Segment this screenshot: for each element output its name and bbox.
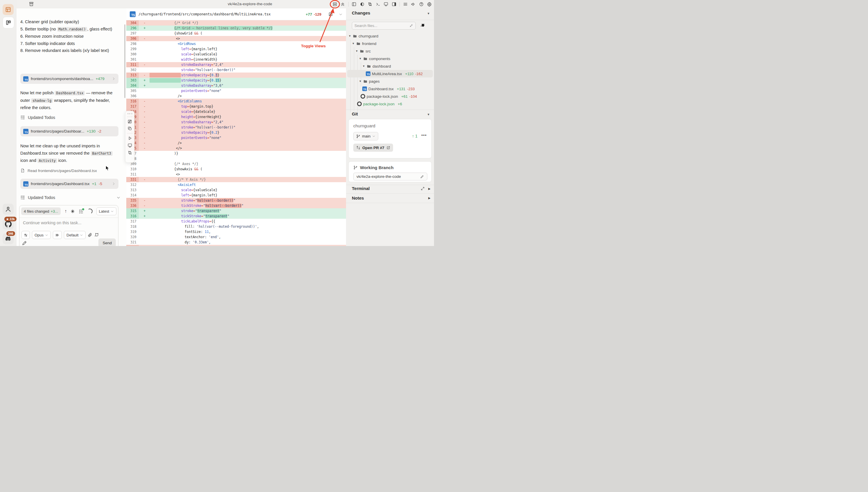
paperclip-icon[interactable] — [88, 233, 92, 237]
cat-icon[interactable] — [94, 233, 99, 238]
message-composer[interactable]: 4 files changed +3... ↑ — [19, 205, 118, 246]
updated-todos-row[interactable]: Updated Todos — [20, 115, 120, 120]
diff-row[interactable]: 319fontSize: 11, — [126, 229, 346, 235]
section-collapse-caret[interactable]: ▼ — [427, 12, 430, 15]
tree-folder-src[interactable]: ▼src — [347, 47, 433, 55]
contrast-icon[interactable] — [360, 2, 365, 7]
diff-row[interactable]: 321-stroke="hsl(var(--border))" — [126, 125, 346, 130]
megaphone-icon[interactable] — [411, 2, 416, 7]
tree-file-Dashboard.tsx[interactable]: TSDashboard.tsx+131-233 — [347, 85, 433, 93]
section-expand-caret[interactable]: ▶ — [428, 196, 430, 200]
panel-right-icon[interactable] — [392, 2, 397, 7]
account-button[interactable] — [3, 204, 14, 215]
help-icon[interactable] — [419, 2, 424, 7]
more-menu-button[interactable]: ••• — [421, 132, 427, 138]
diff-row[interactable]: 320textAnchor: 'end', — [126, 235, 346, 240]
edit-pencil-icon[interactable] — [420, 175, 424, 179]
tree-file-package-lock.json[interactable]: package-lock.json+61-104 — [347, 93, 433, 100]
diff-row[interactable]: 297{showGrid && ( — [126, 31, 346, 36]
file-chip-dashboard-small[interactable]: TS frontend/src/pages/Dashboard.tsx +1 -… — [20, 179, 118, 189]
diff-row[interactable]: 318-scale={dateScale} — [126, 109, 346, 114]
tree-folder-frontend[interactable]: ▼frontend — [347, 40, 433, 47]
collapse-tree-icon[interactable] — [409, 24, 413, 28]
chat-scrollbar[interactable] — [124, 24, 125, 98]
diff-row[interactable]: 308 — [126, 156, 346, 161]
diff-row[interactable]: 306/> — [126, 93, 346, 99]
diff-row[interactable]: 317tickLabelProps={{ — [126, 219, 346, 224]
open-pr-button[interactable]: Open PR #7 — [353, 144, 393, 152]
drag-handle-icon[interactable] — [127, 113, 132, 114]
diff-row[interactable]: 303+strokeOpacity={0.15} — [126, 78, 346, 83]
tree-folder-components[interactable]: ▼components — [347, 55, 433, 63]
tree-folder-churnguard[interactable]: ▼churnguard — [347, 32, 433, 40]
caret-down-icon[interactable]: ▼ — [359, 57, 362, 60]
read-file-row[interactable]: Read frontend/src/pages/Dashboard.tsx — [20, 168, 97, 173]
diff-row[interactable]: 318fill: 'hsl(var(--muted-foreground))', — [126, 224, 346, 229]
todo-list-button[interactable] — [79, 209, 84, 214]
section-expand-caret[interactable]: ▶ — [428, 187, 430, 190]
caret-down-icon[interactable]: ▼ — [362, 65, 365, 68]
tree-folder-dashboard[interactable]: ▼dashboard — [347, 63, 433, 70]
diff-row[interactable]: 323-pointerEvents="none" — [126, 135, 346, 141]
workspace-button-board[interactable] — [3, 17, 14, 28]
chevron-down-icon[interactable] — [339, 13, 343, 16]
diff-row[interactable]: 307)} — [126, 151, 346, 156]
git-compare-icon[interactable] — [127, 150, 132, 155]
diff-row[interactable]: 321dy: '0.33em', — [126, 240, 346, 245]
play-icon[interactable] — [127, 136, 132, 141]
tree-folder-pages[interactable]: ▼pages — [347, 77, 433, 85]
spark-icon[interactable] — [71, 209, 75, 214]
pen-icon[interactable] — [22, 241, 27, 246]
monitor-icon[interactable] — [127, 143, 132, 148]
terminal-icon[interactable] — [376, 2, 381, 7]
diff-row[interactable]: 301width={innerWidth} — [126, 57, 346, 62]
workspace-button-active[interactable] — [3, 4, 14, 15]
inline-diff-toggle-icon[interactable] — [328, 12, 333, 17]
section-collapse-caret[interactable]: ▼ — [427, 113, 430, 116]
panel-left-icon[interactable] — [352, 2, 356, 7]
updated-todos-row-2[interactable]: Updated Todos — [20, 195, 120, 200]
chevron-down-icon[interactable] — [116, 196, 120, 200]
copy-icon[interactable] — [127, 126, 132, 131]
diff-row[interactable]: 336-tickStroke="hsl(var(--border))" — [126, 203, 346, 208]
diff-row[interactable]: 296+{/* Grid — horizontal lines only, ve… — [126, 26, 346, 31]
diff-view-icon[interactable] — [127, 119, 132, 124]
message-hover-toolbar[interactable] — [125, 111, 134, 163]
working-branch-input[interactable]: vk/4e2a-explore-the-code — [353, 173, 427, 180]
diff-row[interactable]: 311<> — [126, 172, 346, 177]
diff-row[interactable]: 305pointerEvents="none" — [126, 88, 346, 93]
diff-row[interactable]: 320-strokeDasharray="2,4" — [126, 120, 346, 125]
model-dropdown[interactable]: Opus — [32, 231, 51, 239]
caret-down-icon[interactable]: ▼ — [352, 42, 355, 45]
files-changed-chip[interactable]: 4 files changed +3... — [21, 207, 61, 215]
menu-icon[interactable] — [403, 2, 408, 7]
file-chip-dashboard-large[interactable]: TS frontend/src/pages/Dashboar... +130 -… — [20, 126, 118, 136]
collapse-all-icon[interactable] — [340, 2, 345, 7]
diff-row[interactable]: 304+strokeDasharray="3,6" — [126, 83, 346, 88]
diff-row[interactable]: 309{/* Axes */} — [126, 161, 346, 167]
diff-row[interactable]: 311-strokeDasharray="2,4" — [126, 62, 346, 67]
scroll-top-icon[interactable]: ↑ — [65, 209, 67, 214]
message-input[interactable]: Continue working on this task... — [23, 220, 81, 225]
search-files-input[interactable]: Search files... — [352, 22, 416, 30]
diff-row[interactable]: 322-strokeOpacity={0.2} — [126, 130, 346, 135]
diff-row[interactable]: 317-top={margin.top} — [126, 104, 346, 109]
diff-row[interactable]: 300scale={valueScale} — [126, 52, 346, 57]
diff-row[interactable]: 313-strokeOpacity={0.3} — [126, 73, 346, 78]
diff-row[interactable]: 331-{/* Y Axis */} — [126, 177, 346, 182]
diff-row[interactable]: 335-stroke="hsl(var(--border))" — [126, 198, 346, 203]
caret-down-icon[interactable]: ▼ — [359, 80, 362, 83]
diff-row[interactable]: 319-height={innerHeight} — [126, 114, 346, 120]
expand-icon[interactable] — [421, 187, 425, 191]
diff-code-area[interactable]: 304-{/* Grid */}296+{/* Grid — horizonta… — [126, 20, 346, 246]
diff-row[interactable]: 302stroke="hsl(var(--border))" — [126, 67, 346, 73]
caret-down-icon[interactable]: ▼ — [348, 34, 351, 38]
diff-row[interactable]: 313scale={valueScale} — [126, 188, 346, 193]
latest-dropdown[interactable]: Latest — [96, 207, 116, 215]
cat-filter-icon[interactable] — [420, 23, 426, 28]
archive-box-icon[interactable] — [29, 1, 34, 7]
diff-row[interactable]: 306-<> — [126, 36, 346, 41]
send-button[interactable]: Send — [98, 239, 116, 246]
git-compare-icon[interactable] — [368, 2, 372, 7]
tree-file-MultiLineArea.tsx[interactable]: TSMultiLineArea.tsx+110-162 — [347, 70, 433, 77]
